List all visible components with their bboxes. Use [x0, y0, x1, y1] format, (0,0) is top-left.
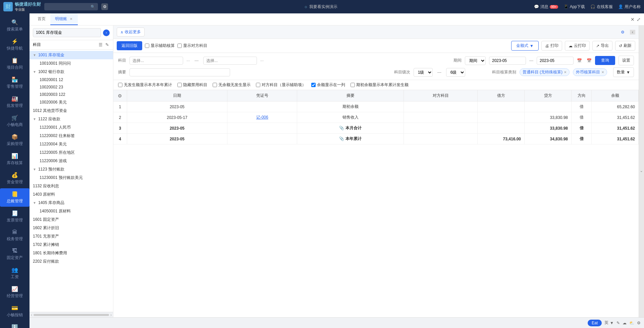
option-beginning[interactable]: 期初余额显示本年累计发生额 [351, 82, 409, 88]
sidebar-item-project-contract[interactable]: 📋 项目合同 [0, 55, 30, 73]
option-no-occurrence-input[interactable] [118, 83, 122, 87]
tree-item-10020002[interactable]: 10020002 23 [30, 83, 113, 91]
table-cell[interactable]: 记-006 [227, 112, 297, 123]
cloud-btn-1[interactable]: ☁ [623, 321, 627, 325]
eat-btn[interactable]: Eat [588, 320, 602, 326]
summary-input[interactable] [129, 68, 230, 76]
tree-item-1801[interactable]: 1801 长期待摊费用 [30, 249, 113, 257]
period-calendar-end-icon[interactable]: 📅 [587, 58, 592, 63]
tree-item-1132[interactable]: 1132 应收利息 [30, 182, 113, 190]
tree-item-10020006[interactable]: 10020006 美元 [30, 98, 113, 107]
show-auxiliary-input[interactable] [145, 44, 149, 48]
show-auxiliary-checkbox[interactable]: 显示辅助核算 [145, 43, 175, 49]
window-expand-btn[interactable]: ⤢ [637, 17, 641, 22]
print-btn[interactable]: 🖨 打印 [541, 41, 562, 51]
cloud-btn-2[interactable]: ⛅ [629, 321, 634, 325]
level-end-select[interactable]: 6级 [446, 68, 465, 77]
cloud-print-btn[interactable]: ☁ 云打印 [565, 41, 590, 51]
tree-item-1701[interactable]: 1701 无形资产 [30, 232, 113, 241]
tree-scroll-bar[interactable]: ‹ › [30, 312, 113, 317]
tree-item-11220006[interactable]: 11220006 游戏 [30, 157, 113, 165]
demo-link[interactable]: ○ 我要看实例演示 [305, 4, 337, 10]
tree-item-1403[interactable]: 1403 原材料 [30, 190, 113, 199]
subject-input[interactable] [129, 57, 183, 65]
option-no-occurrence[interactable]: 无发生额显示本月本年累计 [118, 82, 172, 88]
list-icon[interactable]: ☰ [98, 42, 103, 48]
sidebar-item-wholesale[interactable]: 🏭 批发管理 [0, 93, 30, 111]
period-calendar-icon[interactable]: 📅 [577, 58, 582, 63]
edit-icon[interactable]: ✎ [105, 42, 110, 48]
side-expand-btn[interactable]: › [639, 25, 644, 317]
option-no-balance-input[interactable] [213, 83, 217, 87]
period-type-select[interactable]: 期间 [465, 56, 486, 65]
option-balance-column[interactable]: 余额显示在一列 [311, 82, 345, 88]
tab-home[interactable]: 首页 [33, 13, 50, 25]
tree-item-14050001[interactable]: 14050001 原材料 [30, 207, 113, 215]
sidebar-item-ecommerce[interactable]: 🛒 小畅电商 [0, 112, 30, 130]
voucher-link[interactable]: 记-006 [256, 115, 268, 120]
top-search-input[interactable] [44, 3, 98, 10]
tree-item-1405[interactable]: ▼ 1405 库存商品 [30, 199, 113, 207]
query-settings-icon[interactable]: ⚙ [618, 28, 627, 36]
sidebar-item-basic-info[interactable]: ℹ️ 基础信息 [0, 321, 30, 328]
show-contra-checkbox[interactable]: 显示对方科目 [177, 43, 207, 49]
sidebar-item-expense[interactable]: 💳 小畅报销 [0, 302, 30, 321]
settings-gear-icon[interactable]: ⚙ [101, 3, 108, 10]
level-start-select[interactable]: 1级 [414, 68, 433, 77]
tree-item-1601[interactable]: 1601 固定资产 [30, 215, 113, 224]
option-hide-disabled-input[interactable] [177, 83, 182, 87]
option-balance-column-input[interactable] [311, 83, 316, 87]
sidebar-item-search[interactable]: 🔍 搜索菜单 [0, 16, 30, 35]
tree-item-10020003[interactable]: 10020003 122 [30, 91, 113, 98]
tree-item-1702[interactable]: 1702 累计摊销 [30, 241, 113, 249]
option-hide-disabled[interactable]: 隐藏禁用科目 [177, 82, 207, 88]
tree-item-1012[interactable]: 1012 其他货币资金 [30, 107, 113, 115]
sidebar-item-inventory[interactable]: 📊 库存核算 [0, 150, 30, 169]
tree-item-10010001[interactable]: 10010001 同问问 [30, 59, 113, 68]
period-end-input[interactable] [537, 57, 574, 65]
tree-item-11220002[interactable]: 11220002 往来标签 [30, 132, 113, 140]
sidebar-item-retail[interactable]: 🏪 零售管理 [0, 74, 30, 92]
tree-item-11220001[interactable]: 11220001 人民币 [30, 123, 113, 132]
tree-item-10020001[interactable]: 10020001 12 [30, 76, 113, 83]
table-gear-icon[interactable]: ⚙ [118, 93, 122, 99]
tab-close-icon[interactable]: ✕ [69, 17, 73, 21]
nav-arrow-btn[interactable]: › [103, 29, 110, 36]
tree-item-1123[interactable]: ▼ 1123 预付账款 [30, 165, 113, 174]
tag-normal-close[interactable]: ✕ [564, 70, 567, 74]
sidebar-item-fixed-assets[interactable]: 🏗 固定资产 [0, 245, 30, 263]
option-beginning-input[interactable] [351, 83, 355, 87]
option-contra-input[interactable] [256, 83, 260, 87]
sidebar-item-salary[interactable]: 👥 工资 [0, 264, 30, 282]
window-close-btn[interactable]: ✕ [631, 17, 635, 22]
setting-btn[interactable]: 设置 [619, 56, 634, 65]
return-old-btn[interactable]: 返回旧版 [117, 41, 142, 50]
edit-btn[interactable]: ✎ [616, 321, 620, 325]
tree-item-1001[interactable]: ▼ 1001 库存现金 [30, 51, 113, 59]
option-contra[interactable]: 对方科目（显示辅助项） [256, 82, 306, 88]
export-btn[interactable]: ↗ 导出 [592, 41, 612, 51]
collapse-more-btn[interactable]: ∧ 收起更多 [117, 27, 145, 37]
sidebar-item-operation[interactable]: 📈 经营管理 [0, 283, 30, 302]
subject-end-input[interactable] [203, 57, 257, 65]
message-btn[interactable]: 💬 消息 99+ [534, 4, 558, 10]
account-tree[interactable]: ▼ 1001 库存现金 10010001 同问问 ▼ 1002 银行存款 100… [30, 50, 113, 312]
tree-item-11230001[interactable]: 11230001 预付账款美元 [30, 174, 113, 182]
collapse-panel-btn[interactable]: ‹ [630, 30, 635, 35]
amount-format-btn[interactable]: 金额式 ▼ [511, 41, 539, 51]
tree-item-2202[interactable]: 2202 应付账款 [30, 257, 113, 266]
option-no-balance[interactable]: 无余额无发生显示 [213, 82, 251, 88]
sidebar-item-general-ledger[interactable]: 📒 总账管理 [0, 188, 30, 207]
sidebar-item-invoice[interactable]: 🧾 发票管理 [0, 207, 30, 226]
tree-item-1602[interactable]: 1602 累计折旧 [30, 224, 113, 232]
bottom-settings-btn[interactable]: ⚙ [637, 321, 641, 325]
app-download-btn[interactable]: 📱 App下载 [564, 4, 585, 10]
refresh-btn[interactable]: ↺ 刷新 [615, 41, 635, 51]
sidebar-item-tax[interactable]: 🏛 税务管理 [0, 226, 30, 245]
user-avatar[interactable]: 👤 用户名称 [618, 4, 641, 10]
online-service-btn[interactable]: 🎧 在线客服 [590, 4, 613, 10]
quantity-btn[interactable]: 数量 ▼ [613, 67, 634, 77]
tree-item-11220004[interactable]: 11220004 美元 [30, 140, 113, 148]
show-contra-input[interactable] [177, 44, 182, 48]
sidebar-item-capital[interactable]: 💰 资金管理 [0, 169, 30, 188]
